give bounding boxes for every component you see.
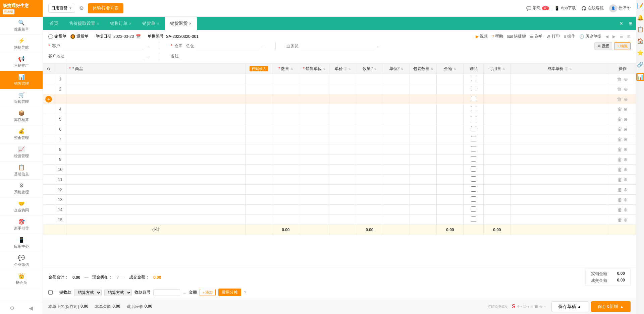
td-unit2-3[interactable] bbox=[383, 94, 410, 104]
gift-checkbox-4[interactable] bbox=[471, 106, 476, 111]
delete-row-7-button[interactable]: 🗑 bbox=[617, 136, 623, 143]
sidebar-item-operations[interactable]: 📈 经营管理 bbox=[0, 143, 43, 162]
cash-discount-info[interactable]: ? bbox=[116, 275, 119, 280]
user-item[interactable]: 👤 徐泽华 bbox=[609, 4, 631, 12]
delete-row-9-button[interactable]: 🗑 bbox=[617, 156, 623, 163]
sidebar-item-member[interactable]: 👑 畅会员 bbox=[0, 270, 43, 288]
copy-row-2-button[interactable]: ⊕ bbox=[623, 86, 629, 92]
unit2-sort-icon[interactable]: ⇅ bbox=[401, 67, 404, 71]
settings-icon[interactable]: ⚙ bbox=[79, 5, 84, 11]
collapse-icon[interactable]: ◀ bbox=[29, 305, 33, 311]
one-click-payment-checkbox[interactable] bbox=[48, 290, 53, 295]
tab-sales-return-close[interactable]: ✕ bbox=[189, 22, 192, 25]
td-available-3[interactable] bbox=[484, 94, 511, 104]
th-settings[interactable]: ⚙ bbox=[43, 64, 54, 74]
td-amount-3[interactable] bbox=[437, 94, 464, 104]
td-price-2[interactable] bbox=[329, 84, 356, 94]
td-pkg-3[interactable] bbox=[410, 94, 437, 104]
gift-checkbox-3[interactable] bbox=[471, 96, 476, 101]
app-download-item[interactable]: 📱 App下载 bbox=[554, 5, 576, 11]
td-amount-1[interactable] bbox=[437, 74, 464, 84]
account-input[interactable] bbox=[153, 289, 180, 296]
td-price-1[interactable] bbox=[329, 74, 356, 84]
td-qty-2[interactable] bbox=[272, 84, 299, 94]
trial-button[interactable]: 体验行业方案 bbox=[88, 3, 123, 13]
sidebar-item-wechat[interactable]: 💬 企业微信 bbox=[0, 252, 43, 270]
tab-sales-delivery[interactable]: 销货单 ✕ bbox=[137, 17, 165, 30]
save-new-button[interactable]: 保存&新增 ▲ bbox=[591, 301, 631, 312]
add-payment-button[interactable]: + 添加 bbox=[200, 289, 216, 296]
pkg-sort-icon[interactable]: ⇅ bbox=[431, 67, 433, 71]
toolbar-select[interactable]: ☰ 选单 bbox=[530, 34, 543, 39]
toolbar-video[interactable]: ▶ 视频 bbox=[476, 34, 488, 39]
copy-row-6-button[interactable]: ⊕ bbox=[623, 126, 628, 133]
add-row-button[interactable]: + bbox=[45, 96, 52, 103]
delete-row-6-button[interactable]: 🗑 bbox=[617, 126, 623, 133]
delete-row-15-button[interactable]: 🗑 bbox=[617, 216, 623, 223]
delete-row-8-button[interactable]: 🗑 bbox=[617, 146, 623, 153]
sidebar-item-quick-nav[interactable]: ⚡ 快捷导航 bbox=[0, 35, 43, 53]
td-available-2[interactable] bbox=[484, 84, 511, 94]
customer-dots[interactable]: ... bbox=[146, 44, 149, 48]
radio-return-input[interactable] bbox=[70, 34, 75, 39]
nav-prev-icon[interactable]: ◀ bbox=[605, 34, 608, 39]
warehouse-dots[interactable]: ... bbox=[261, 44, 265, 48]
delete-row-13-button[interactable]: 🗑 bbox=[617, 196, 623, 203]
nav-next-icon[interactable]: ▶ bbox=[612, 34, 615, 39]
right-panel-icon-6[interactable]: 🔗 bbox=[637, 61, 644, 68]
tab-sales-delivery-close[interactable]: ✕ bbox=[157, 22, 159, 25]
right-panel-icon-4[interactable]: 🏠 bbox=[637, 38, 644, 44]
gift-checkbox-8[interactable] bbox=[471, 146, 476, 151]
footer-help-icon[interactable]: ? bbox=[244, 290, 246, 295]
td-goods-2[interactable] bbox=[66, 84, 246, 94]
remarks-input[interactable] bbox=[181, 53, 631, 59]
td-unit-2[interactable] bbox=[299, 84, 329, 94]
delete-row-11-button[interactable]: 🗑 bbox=[617, 176, 623, 183]
radio-sales-input[interactable] bbox=[48, 34, 53, 39]
td-qty2-3[interactable] bbox=[356, 94, 383, 104]
customer-address-dots[interactable]: ... bbox=[146, 54, 149, 58]
view-grid-icon[interactable]: ⊞ bbox=[627, 34, 631, 39]
tab-sales-order-close[interactable]: ✕ bbox=[129, 22, 131, 25]
account-dots[interactable]: ... bbox=[183, 290, 186, 295]
online-service-item[interactable]: 🎧 在线客服 bbox=[581, 5, 604, 11]
sidebar-item-enterprise[interactable]: 🤝 企业协同 bbox=[0, 198, 43, 216]
td-gift-2[interactable] bbox=[464, 84, 484, 94]
salesperson-input[interactable] bbox=[301, 43, 375, 49]
td-unit2-1[interactable] bbox=[383, 74, 410, 84]
delete-row-3-button[interactable]: 🗑 bbox=[616, 96, 622, 103]
right-panel-icon-2[interactable]: 🔔 bbox=[637, 14, 644, 21]
tab-home[interactable]: 首页 bbox=[44, 17, 64, 30]
unit-sort-icon[interactable]: ⇅ bbox=[323, 67, 326, 71]
gift-checkbox-7[interactable] bbox=[471, 136, 476, 141]
tab-price-settings-close[interactable]: ✕ bbox=[97, 22, 99, 25]
td-available-1[interactable] bbox=[484, 74, 511, 84]
qty-sort-icon[interactable]: ⇅ bbox=[290, 67, 293, 71]
customer-address-input[interactable] bbox=[66, 53, 144, 59]
copy-row-14-button[interactable]: ⊕ bbox=[623, 206, 628, 213]
toolbar-history[interactable]: 🕐 历史单据 bbox=[579, 34, 601, 39]
tab-sales-order[interactable]: 销售订单 ✕ bbox=[105, 17, 137, 30]
settings-button[interactable]: ⚙ 设置 bbox=[594, 42, 612, 50]
tab-price-settings[interactable]: 售价提取设置 ✕ bbox=[64, 17, 105, 30]
settlement-method-select[interactable]: 结算方式 bbox=[74, 289, 102, 296]
gift-checkbox-11[interactable] bbox=[471, 176, 476, 182]
sidebar-item-finance[interactable]: 💰 资金管理 bbox=[0, 125, 43, 143]
sidebar-item-inventory[interactable]: 📦 库存核算 bbox=[0, 107, 43, 125]
copy-row-12-button[interactable]: ⊕ bbox=[623, 186, 628, 193]
delete-row-10-button[interactable]: 🗑 bbox=[617, 166, 623, 173]
td-goods-1[interactable] bbox=[66, 74, 246, 84]
delete-row-1-button[interactable]: 🗑 bbox=[616, 76, 622, 82]
gift-checkbox-13[interactable] bbox=[471, 196, 476, 202]
copy-row-5-button[interactable]: ⊕ bbox=[623, 116, 628, 123]
sidebar-item-purchase[interactable]: 🛒 采购管理 bbox=[0, 89, 43, 107]
calculate-method-select[interactable]: 结算方式 bbox=[104, 289, 132, 296]
toolbar-shortcuts[interactable]: ⌨ 快捷键 bbox=[507, 34, 526, 39]
td-qty-3[interactable] bbox=[272, 94, 299, 104]
gift-checkbox-2[interactable] bbox=[471, 86, 476, 91]
delete-row-14-button[interactable]: 🗑 bbox=[617, 206, 623, 213]
view-list-icon[interactable]: ☰ bbox=[620, 34, 623, 39]
right-panel-icon-7[interactable]: 📊 bbox=[636, 73, 644, 81]
copy-row-15-button[interactable]: ⊕ bbox=[623, 216, 628, 223]
td-gift-1[interactable] bbox=[464, 74, 484, 84]
